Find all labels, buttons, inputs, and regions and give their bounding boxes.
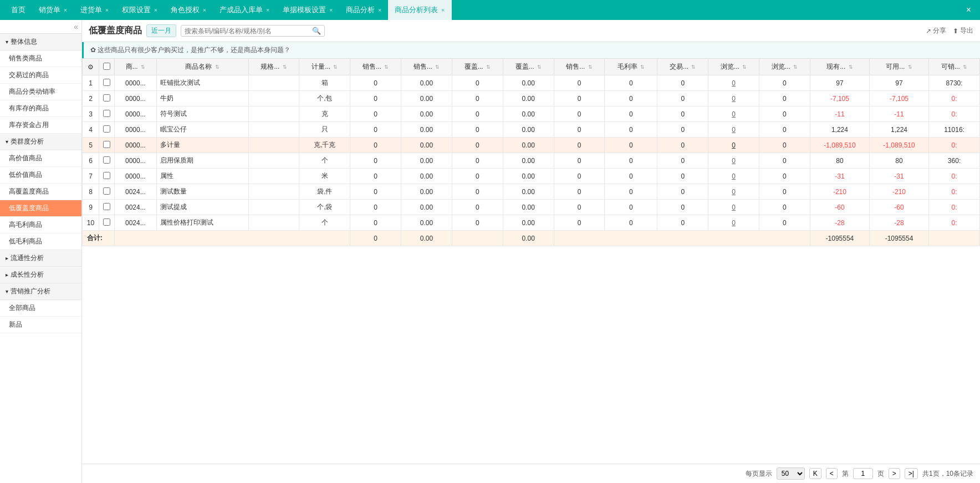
share-btn[interactable]: ↗ 分享 (926, 26, 946, 35)
th-cover1[interactable]: 覆盖... ⇅ (452, 59, 503, 75)
sidebar-item-low-value[interactable]: 低价值商品 (0, 167, 81, 184)
export-btn[interactable]: ⬆ 导出 (953, 26, 973, 35)
nav-close-template[interactable]: × (329, 7, 333, 13)
table-container[interactable]: ⚙ 商... ⇅ 商品名称 ⇅ 规格... ⇅ 计量... ⇅ 销售... ⇅ … (82, 58, 980, 464)
sidebar-item-high-gross[interactable]: 高毛利商品 (0, 217, 81, 233)
row-checkbox[interactable] (103, 125, 110, 133)
th-trade[interactable]: 交易... ⇅ (657, 59, 708, 75)
th-browse2[interactable]: 浏览... ⇅ (759, 59, 810, 75)
nav-role-auth[interactable]: 角色授权 × (164, 0, 213, 20)
search-input[interactable] (185, 27, 312, 35)
nav-product-analysis-list[interactable]: 商品分析列表 × (388, 0, 451, 20)
cell-avail-stock: -1,089,510 (869, 138, 928, 153)
page-input[interactable] (853, 468, 873, 479)
cell-checkbox[interactable] (99, 200, 115, 215)
cell-browse1[interactable]: 0 (708, 215, 759, 231)
prev-page-btn[interactable]: < (826, 468, 838, 479)
row-checkbox[interactable] (103, 94, 110, 101)
th-unit[interactable]: 计量... ⇅ (299, 59, 350, 75)
sidebar-item-new-products[interactable]: 新品 (0, 317, 81, 333)
th-gross[interactable]: 毛利率 ⇅ (605, 59, 657, 75)
cell-browse1[interactable]: 0 (708, 153, 759, 169)
select-all-checkbox[interactable] (103, 63, 110, 70)
th-spec[interactable]: 规格... ⇅ (248, 59, 299, 75)
cell-trade: 0 (657, 91, 708, 106)
cell-browse1[interactable]: 0 (708, 200, 759, 215)
row-checkbox[interactable] (103, 218, 110, 226)
per-page-select[interactable]: 50 20 100 (777, 467, 805, 480)
cell-checkbox[interactable] (99, 91, 115, 106)
th-saleable[interactable]: 可销... ⇅ (929, 59, 980, 75)
search-icon[interactable]: 🔍 (312, 27, 321, 35)
next-page-btn[interactable]: > (889, 468, 900, 479)
sidebar-section-liquidity[interactable]: ▸ 流通性分析 (0, 250, 81, 267)
nav-close-permissions[interactable]: × (154, 7, 157, 13)
th-name[interactable]: 商品名称 ⇅ (156, 59, 248, 75)
sidebar-item-high-coverage[interactable]: 高覆盖度商品 (0, 184, 81, 200)
row-checkbox[interactable] (103, 141, 110, 148)
th-avail-stock[interactable]: 可用... ⇅ (869, 59, 928, 75)
sidebar-item-all-products[interactable]: 全部商品 (0, 300, 81, 317)
th-sales3[interactable]: 销售... ⇅ (554, 59, 605, 75)
cell-browse1[interactable]: 0 (708, 91, 759, 106)
th-checkbox[interactable] (99, 59, 115, 75)
cell-checkbox[interactable] (99, 169, 115, 184)
row-checkbox[interactable] (103, 203, 110, 210)
nav-close-product-stock[interactable]: × (266, 7, 269, 13)
cell-checkbox[interactable] (99, 184, 115, 200)
row-checkbox[interactable] (103, 187, 110, 195)
cell-browse1[interactable]: 0 (708, 106, 759, 122)
th-sales-amt[interactable]: 销售... ⇅ (401, 59, 452, 75)
nav-home[interactable]: 首页 (4, 0, 32, 20)
sidebar-item-sales-products[interactable]: 销售类商品 (0, 50, 81, 67)
cell-checkbox[interactable] (99, 75, 115, 91)
sidebar-item-high-value[interactable]: 高价值商品 (0, 150, 81, 167)
th-sales-qty[interactable]: 销售... ⇅ (350, 59, 401, 75)
row-checkbox[interactable] (103, 156, 110, 164)
nav-close-purchase[interactable]: × (105, 7, 109, 13)
cell-browse1[interactable]: 0 (708, 138, 759, 153)
th-browse1[interactable]: 浏览... ⇅ (708, 59, 759, 75)
nav-close-sales[interactable]: × (64, 7, 67, 13)
row-checkbox[interactable] (103, 172, 110, 179)
cell-checkbox[interactable] (99, 122, 115, 138)
nav-close-role-auth[interactable]: × (203, 7, 206, 13)
th-cover2[interactable]: 覆盖... ⇅ (503, 59, 554, 75)
sidebar-collapse-btn[interactable]: « (0, 20, 81, 34)
nav-close-product-analysis[interactable]: × (378, 7, 381, 13)
cell-checkbox[interactable] (99, 106, 115, 122)
cell-browse1[interactable]: 0 (708, 75, 759, 91)
th-current-stock[interactable]: 现有... ⇅ (810, 59, 869, 75)
cell-browse1[interactable]: 0 (708, 184, 759, 200)
nav-sales[interactable]: 销货单 × (32, 0, 74, 20)
nav-template-settings[interactable]: 单据模板设置 × (276, 0, 339, 20)
row-checkbox[interactable] (103, 110, 110, 117)
last-page-btn[interactable]: >| (905, 468, 918, 479)
sidebar-section-overall[interactable]: ▾ 整体信息 (0, 34, 81, 50)
sidebar-item-in-stock[interactable]: 有库存的商品 (0, 100, 81, 117)
nav-purchase[interactable]: 进货单 × (74, 0, 115, 20)
time-filter-btn[interactable]: 近一月 (146, 24, 176, 37)
sidebar-section-growth[interactable]: ▸ 成长性分析 (0, 267, 81, 283)
cell-checkbox[interactable] (99, 153, 115, 169)
first-page-btn[interactable]: K (809, 468, 821, 479)
nav-product-stock[interactable]: 产成品入库单 × (213, 0, 276, 20)
nav-product-analysis[interactable]: 商品分析 × (339, 0, 388, 20)
nav-permissions[interactable]: 权限设置 × (115, 0, 164, 20)
sidebar-item-traded-products[interactable]: 交易过的商品 (0, 67, 81, 84)
cell-checkbox[interactable] (99, 215, 115, 231)
sidebar-section-cluster[interactable]: ▾ 类群度分析 (0, 134, 81, 150)
cell-browse1[interactable]: 0 (708, 169, 759, 184)
close-all-tabs[interactable]: × (962, 5, 976, 15)
cell-checkbox[interactable] (99, 138, 115, 153)
th-code[interactable]: 商... ⇅ (115, 59, 157, 75)
sidebar-section-marketing[interactable]: ▾ 营销推广分析 (0, 283, 81, 300)
th-settings[interactable]: ⚙ (83, 59, 99, 75)
sidebar-item-low-gross[interactable]: 低毛利商品 (0, 233, 81, 250)
sidebar-item-category-rate[interactable]: 商品分类动销率 (0, 84, 81, 100)
row-checkbox[interactable] (103, 79, 110, 86)
sidebar-item-stock-capital[interactable]: 库存资金占用 (0, 117, 81, 134)
cell-browse1[interactable]: 0 (708, 122, 759, 138)
sidebar-item-low-coverage[interactable]: 低覆盖度商品 (0, 200, 81, 217)
nav-close-product-analysis-list[interactable]: × (441, 7, 445, 13)
